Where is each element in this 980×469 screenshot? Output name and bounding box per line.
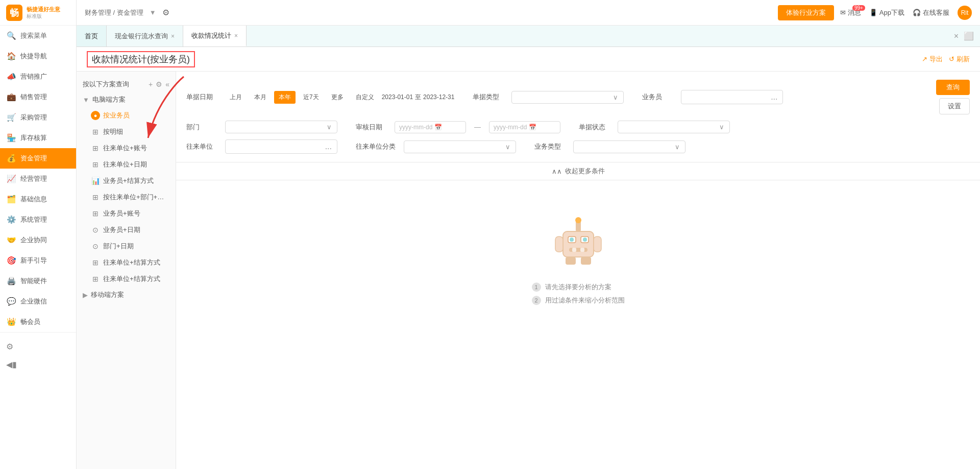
tab-receipt-stats[interactable]: 收款情况统计 × (183, 26, 247, 46)
left-panel: 按以下方案查询 + ⚙ « ▼ 电脑端方案 ● 按业务员 ⊞ (77, 72, 176, 469)
sidebar-item-member[interactable]: 👑 畅会员 (0, 312, 76, 332)
member-icon: 👑 (6, 317, 16, 327)
trial-button[interactable]: 体验行业方案 (778, 5, 834, 20)
chevron-down-icon: ∨ (613, 93, 618, 101)
refresh-button[interactable]: ↺ 刷新 (949, 55, 970, 64)
scheme-group-pc: ▼ 电脑端方案 ● 按业务员 ⊞ 按明细 ⊞ 往来单位+账号 ⊞ 往来单位+ (77, 92, 176, 287)
calendar-icon[interactable]: 📅 (529, 124, 536, 131)
sidebar-item-operations[interactable]: 📈 经营管理 (0, 169, 76, 189)
dropdown-icon[interactable]: ▼ (150, 9, 156, 16)
review-date-from[interactable]: yyyy-mm-dd 📅 (395, 121, 466, 133)
sidebar-item-sales[interactable]: 💼 销售管理 (0, 87, 76, 107)
sidebar-item-enterprise[interactable]: 🤝 企业协同 (0, 230, 76, 250)
messages-btn[interactable]: ✉ 消息 99+ (840, 8, 861, 17)
scheme-item-salesperson-account[interactable]: ⊞ 业务员+账号 (77, 205, 176, 222)
header-settings-icon[interactable]: ⚙ (162, 8, 169, 17)
sidebar-item-finance[interactable]: 💰 资金管理 (0, 148, 76, 169)
preset-last-7-days[interactable]: 近7天 (299, 91, 324, 104)
add-scheme-btn[interactable]: + (149, 80, 153, 88)
sidebar-item-system[interactable]: ⚙️ 系统管理 (0, 209, 76, 230)
partner-input[interactable]: ... (225, 139, 337, 154)
date-label: 单据日期 (186, 92, 217, 102)
sidebar-item-guide[interactable]: 🎯 新手引导 (0, 250, 76, 271)
sidebar-item-basic[interactable]: 🗂️ 基础信息 (0, 189, 76, 209)
export-button[interactable]: ↗ 导出 (922, 55, 943, 64)
tab-cash-flow[interactable]: 现金银行流水查询 × (107, 26, 183, 46)
tab-cash-flow-close[interactable]: × (171, 33, 175, 40)
type-select[interactable]: ∨ (511, 91, 624, 104)
biz-type-select[interactable]: ∨ (573, 140, 685, 153)
biz-type-label: 业务类型 (534, 142, 565, 151)
purchase-icon: 🛒 (6, 112, 16, 123)
chevron-down-icon: ▼ (83, 96, 89, 104)
sidebar-item-label: 销售管理 (20, 92, 47, 102)
scheme-item-salesperson-date[interactable]: ⊙ 业务员+日期 (77, 222, 176, 238)
scheme-item-salesperson-payment[interactable]: 📊 业务员+结算方式 (77, 173, 176, 189)
collapse-filter-btn[interactable]: ∧∧ 收起更多条件 (176, 162, 980, 180)
query-button[interactable]: 查询 (936, 80, 970, 95)
preset-this-year[interactable]: 本年 (274, 91, 296, 104)
scheme-item-partner-date[interactable]: ⊞ 往来单位+日期 (77, 156, 176, 173)
preset-this-month[interactable]: 本月 (250, 91, 271, 104)
left-panel-actions: + ⚙ « (149, 80, 169, 88)
collapse-panel-btn[interactable]: « (165, 80, 169, 88)
scheme-item-dept-date[interactable]: ⊙ 部门+日期 (77, 238, 176, 254)
scheme-group-mobile-label: 移动端方案 (91, 290, 124, 299)
operations-icon: 📈 (6, 174, 16, 184)
salesperson-more-icon[interactable]: ... (771, 92, 777, 102)
tab-home[interactable]: 首页 (77, 26, 107, 46)
svg-rect-6 (572, 248, 576, 252)
logo-icon: 畅 (6, 5, 22, 21)
tab-window-close[interactable]: × (954, 32, 959, 41)
sidebar-collapse-btn[interactable]: ◀▮ (0, 356, 76, 373)
top-header: 财务管理 / 资金管理 ▼ ⚙ 体验行业方案 ✉ 消息 99+ 📱 App下载 … (77, 0, 980, 26)
sidebar-settings-btn[interactable]: ⚙ (0, 338, 76, 356)
scheme-item-partner-payment2[interactable]: ⊞ 往来单位+结算方式 (77, 271, 176, 287)
scheme-settings-btn[interactable]: ⚙ (156, 80, 162, 88)
scheme-item-partner-dept-collect[interactable]: ⊞ 按往来单位+部门+收... (77, 189, 176, 205)
sidebar-item-inventory[interactable]: 🏪 库存核算 (0, 128, 76, 148)
scheme-item-label: 业务员+账号 (103, 209, 140, 218)
partner-category-select[interactable]: ∨ (404, 140, 516, 153)
sidebar-item-hardware[interactable]: 🖨️ 智能硬件 (0, 271, 76, 291)
tabs-bar: 首页 现金银行流水查询 × 收款情况统计 × × ⬜ (77, 26, 980, 47)
salesperson-input[interactable]: ... (681, 90, 783, 104)
scheme-item-partner-payment1[interactable]: ⊞ 往来单位+结算方式 (77, 254, 176, 271)
preset-custom[interactable]: 自定义 (351, 91, 379, 104)
sidebar-item-purchase[interactable]: 🛒 采购管理 (0, 107, 76, 128)
status-label: 单据状态 (579, 123, 609, 132)
svg-rect-5 (569, 248, 587, 252)
sidebar-item-label: 智能硬件 (20, 276, 47, 286)
user-avatar[interactable]: Rit (958, 6, 972, 20)
review-date-to[interactable]: yyyy-mm-dd 📅 (489, 121, 560, 133)
scheme-item-by-salesperson[interactable]: ● 按业务员 (77, 107, 176, 124)
sidebar-item-marketing[interactable]: 📣 营销推广 (0, 66, 76, 87)
partner-more-icon[interactable]: ... (325, 142, 332, 151)
search-menu-item[interactable]: 🔍 搜索菜单 (0, 26, 76, 46)
preset-more[interactable]: 更多 (327, 91, 348, 104)
tab-receipt-stats-close[interactable]: × (234, 32, 238, 39)
sidebar-bottom: ⚙ ◀▮ (0, 332, 76, 379)
calendar-icon[interactable]: 📅 (434, 124, 442, 131)
svg-rect-11 (594, 237, 601, 252)
scheme-item-label: 按明细 (103, 127, 123, 136)
online-service-btn[interactable]: 🎧 在线客服 (913, 8, 949, 17)
preset-last-month[interactable]: 上月 (225, 91, 247, 104)
empty-robot-illustration (548, 211, 609, 272)
sidebar-item-quicknav[interactable]: 🏠 快捷导航 (0, 46, 76, 66)
sidebar-item-label: 经营管理 (20, 174, 47, 183)
filter-settings-button[interactable]: 设置 (939, 98, 970, 114)
scheme-item-partner-account[interactable]: ⊞ 往来单位+账号 (77, 140, 176, 156)
app-download-btn[interactable]: 📱 App下载 (869, 8, 904, 17)
tab-window-maximize[interactable]: ⬜ (964, 31, 974, 41)
filter-action-btns: 查询 设置 (936, 80, 970, 114)
scheme-item-detail[interactable]: ⊞ 按明细 (77, 124, 176, 140)
date-range-display: 2023-01-01 至 2023-12-31 (382, 93, 455, 102)
search-menu-label: 搜索菜单 (20, 31, 47, 40)
dept-select[interactable]: ∨ (225, 121, 337, 133)
scheme-group-mobile-title[interactable]: ▶ 移动端方案 (77, 287, 176, 302)
status-select[interactable]: ∨ (618, 121, 730, 133)
scheme-group-pc-title[interactable]: ▼ 电脑端方案 (77, 92, 176, 107)
chevron-down-icon: ∨ (675, 143, 680, 151)
sidebar-item-wechat[interactable]: 💬 企业微信 (0, 291, 76, 312)
